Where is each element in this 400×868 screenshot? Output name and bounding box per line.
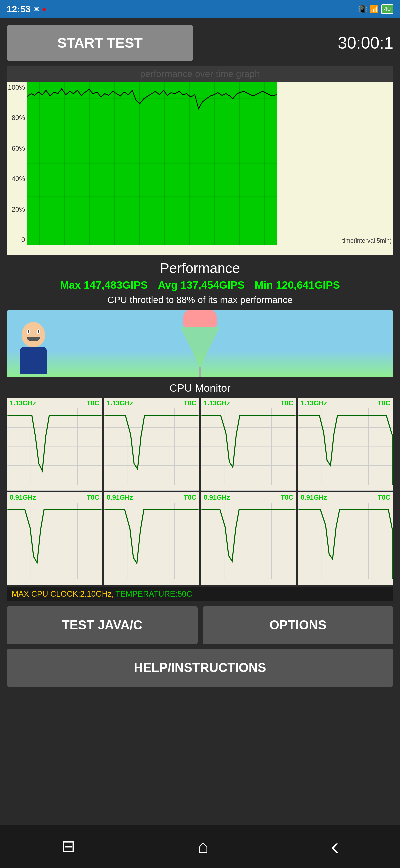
start-test-button[interactable]: START TEST [7, 25, 193, 61]
cpu-core-0-graph [7, 408, 102, 485]
graph-container: 100% 80% 60% 40% 20% 0 [7, 82, 393, 255]
cpu-core-0-svg [7, 408, 102, 485]
cpu-footer-temp: TEMPERATURE:50C [115, 589, 192, 598]
cpu-top-grid: 1.13GHz T0C [7, 398, 393, 491]
cpu-core-1-header: 1.13GHz T0C [104, 398, 199, 408]
cpu-core-3-header: 1.13GHz T0C [298, 398, 393, 408]
cpu-core-5: 0.91GHz T0C [104, 492, 199, 585]
back-icon[interactable]: ‹ [331, 833, 339, 860]
status-bar: 12:53 ✉ ● 📳 📶 40 [0, 0, 400, 18]
cpu-core-5-graph [104, 503, 199, 580]
cpu-core-5-freq: 0.91GHz [107, 494, 133, 501]
char-body [20, 347, 47, 374]
cpu-core-2: 1.13GHz T0C [201, 398, 296, 491]
top-row: START TEST 30:00:1 [7, 25, 393, 61]
cpu-core-5-header: 0.91GHz T0C [104, 493, 199, 503]
main-content: START TEST 30:00:1 performance over time… [0, 18, 400, 699]
cpu-monitor-title: CPU Monitor [7, 382, 393, 394]
cpu-core-2-graph [201, 408, 296, 485]
y-label-0: 0 [7, 236, 25, 244]
char-eye-left [27, 329, 30, 334]
cpu-core-4-graph [7, 503, 102, 580]
cpu-core-7-graph [298, 503, 393, 580]
home-icon[interactable]: ⌂ [198, 836, 209, 857]
cpu-core-6-freq: 0.91GHz [204, 494, 230, 501]
cpu-core-4-freq: 0.91GHz [10, 494, 36, 501]
performance-title: Performance [7, 260, 393, 276]
cpu-core-0-freq: 1.13GHz [10, 399, 36, 407]
lamp-shade [183, 310, 217, 327]
char-mustache [27, 337, 40, 341]
cpu-footer: MAX CPU CLOCK:2.10GHz, TEMPERATURE:50C [7, 587, 393, 601]
cpu-core-3-svg [298, 408, 393, 485]
lamp [180, 310, 220, 377]
status-left: 12:53 ✉ ● [7, 4, 46, 15]
cpu-core-7-temp: T0C [378, 494, 390, 501]
y-label-40: 40% [7, 175, 25, 183]
lamp-pole [199, 367, 201, 377]
y-label-80: 80% [7, 114, 25, 122]
cpu-core-3: 1.13GHz T0C [298, 398, 393, 491]
cpu-core-1-graph [104, 408, 199, 485]
perf-min: Min 120,641GIPS [255, 279, 340, 291]
cpu-monitor-section: CPU Monitor 1.13GHz T0C [7, 382, 393, 601]
char-head [22, 322, 45, 347]
cpu-core-6-graph [201, 503, 296, 580]
graph-title: performance over time graph [7, 66, 393, 82]
lamp-light [180, 327, 220, 367]
cpu-core-7-header: 0.91GHz T0C [298, 493, 393, 503]
performance-waveform [27, 82, 277, 245]
cpu-core-0-header: 1.13GHz T0C [7, 398, 102, 408]
cpu-core-0-temp: T0C [87, 399, 99, 407]
cpu-core-1-svg [104, 408, 199, 485]
nav-bar: ⊟ ⌂ ‹ [0, 825, 400, 868]
cpu-core-7-svg [298, 503, 393, 580]
green-bars [27, 82, 277, 245]
cpu-core-6: 0.91GHz T0C [201, 492, 296, 585]
notification-icon: ● [42, 5, 46, 14]
perf-throttle-text: CPU throttled to 88% of its max performa… [7, 294, 393, 305]
email-icon: ✉ [33, 5, 39, 14]
help-instructions-button[interactable]: HELP/INSTRUCTIONS [7, 649, 393, 687]
cartoon-character [20, 322, 47, 374]
cpu-core-5-temp: T0C [184, 494, 196, 501]
y-label-100: 100% [7, 84, 25, 91]
cpu-core-4-svg [7, 503, 102, 580]
cpu-core-2-freq: 1.13GHz [204, 399, 230, 407]
wifi-icon: 📶 [370, 5, 379, 14]
graph-time-label: time(interval 5min) [341, 236, 393, 245]
status-icons: 📳 📶 40 [358, 4, 393, 14]
cpu-core-2-header: 1.13GHz T0C [201, 398, 296, 408]
cpu-core-7: 0.91GHz T0C [298, 492, 393, 585]
cpu-core-3-temp: T0C [378, 399, 390, 407]
char-pupil-left [28, 330, 29, 333]
perf-avg: Avg 137,454GIPS [158, 279, 244, 291]
y-label-20: 20% [7, 206, 25, 213]
perf-max: Max 147,483GIPS [60, 279, 148, 291]
y-label-60: 60% [7, 145, 25, 152]
cpu-core-4-header: 0.91GHz T0C [7, 493, 102, 503]
options-button[interactable]: OPTIONS [203, 607, 394, 644]
cpu-core-1-freq: 1.13GHz [107, 399, 133, 407]
character-banner [7, 310, 393, 377]
vibrate-icon: 📳 [358, 5, 367, 14]
cpu-core-1-temp: T0C [184, 399, 196, 407]
graph-plot-area: time(interval 5min) [27, 82, 393, 245]
cpu-core-0: 1.13GHz T0C [7, 398, 102, 491]
battery-icon: 40 [381, 4, 393, 14]
status-time: 12:53 [7, 4, 31, 15]
cpu-core-7-freq: 0.91GHz [301, 494, 327, 501]
recent-apps-icon[interactable]: ⊟ [61, 837, 75, 856]
cpu-core-6-header: 0.91GHz T0C [201, 493, 296, 503]
graph-y-labels: 100% 80% 60% 40% 20% 0 [7, 82, 27, 245]
performance-section: Performance Max 147,483GIPS Avg 137,454G… [7, 260, 393, 305]
cpu-core-5-svg [104, 503, 199, 580]
cpu-core-4: 0.91GHz T0C [7, 492, 102, 585]
cpu-core-4-temp: T0C [87, 494, 99, 501]
cpu-core-2-svg [201, 408, 296, 485]
action-buttons-row: TEST JAVA/C OPTIONS [7, 607, 393, 644]
cpu-core-3-freq: 1.13GHz [301, 399, 327, 407]
char-eye-right [37, 329, 40, 334]
test-java-c-button[interactable]: TEST JAVA/C [7, 607, 198, 644]
cpu-core-1: 1.13GHz T0C [104, 398, 199, 491]
